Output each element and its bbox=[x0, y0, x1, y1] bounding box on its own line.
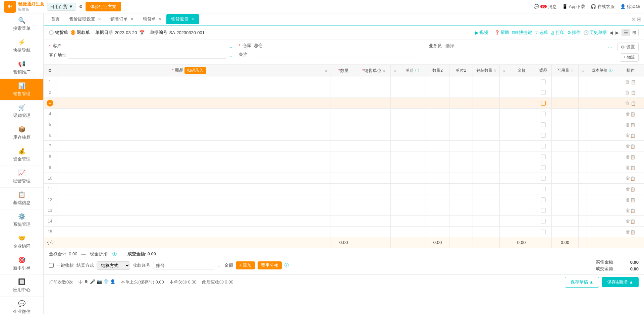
delete-row-active[interactable]: 🗑 bbox=[625, 101, 630, 106]
row-unit2-1[interactable] bbox=[449, 76, 473, 87]
help-icon[interactable]: ⓘ bbox=[112, 251, 117, 257]
staff-input[interactable] bbox=[444, 43, 606, 49]
barcode-scan-btn[interactable]: 扫码录入 bbox=[184, 67, 206, 74]
gift-checkbox[interactable] bbox=[541, 197, 546, 202]
sun-icon[interactable]: 中 bbox=[78, 279, 83, 285]
sidebar-item-enterprise[interactable]: 🤝 企业协同 bbox=[0, 231, 43, 253]
copy-row-2[interactable]: 📋 bbox=[631, 90, 636, 95]
row-product-1[interactable] bbox=[56, 76, 322, 87]
fee-help-icon[interactable]: ⓘ bbox=[284, 262, 289, 268]
row-amount-1[interactable] bbox=[508, 76, 535, 87]
tab-sales-slip[interactable]: 销货单 ✕ bbox=[138, 14, 166, 24]
sidebar-item-search[interactable]: 🔍 搜索菜单 bbox=[0, 13, 43, 35]
settings-icon[interactable]: ⚙ bbox=[79, 4, 83, 9]
row-qty2-1[interactable] bbox=[426, 76, 449, 87]
row-cost-active[interactable] bbox=[587, 98, 617, 109]
copy-icon[interactable]: 📋 bbox=[630, 219, 635, 224]
person-icon[interactable]: 👤 bbox=[110, 279, 115, 285]
customer-input[interactable] bbox=[68, 43, 226, 49]
help-link[interactable]: ❓ 帮助 bbox=[494, 29, 509, 36]
sort-icon-5[interactable]: ⇅ bbox=[502, 69, 505, 73]
user-avatar[interactable]: 👤 徐泽华 bbox=[620, 4, 640, 10]
save-draft-button[interactable]: 保存草稿 ▲ bbox=[565, 277, 599, 288]
calendar-icon[interactable]: 📅 bbox=[139, 30, 145, 35]
delete-icon[interactable]: 🗑 bbox=[626, 176, 630, 181]
gift-checkbox[interactable] bbox=[541, 144, 546, 148]
expand-tab-icon[interactable]: ⊞ bbox=[637, 16, 641, 22]
row-qty2-2[interactable] bbox=[426, 87, 449, 98]
note-input[interactable] bbox=[250, 51, 422, 58]
copy-icon[interactable]: 📋 bbox=[630, 123, 635, 127]
copy-icon[interactable]: 📋 bbox=[630, 230, 635, 235]
gift-checkbox[interactable] bbox=[541, 176, 546, 181]
history-link[interactable]: 🕐 历史单据 bbox=[583, 29, 607, 36]
delete-icon[interactable]: 🗑 bbox=[626, 133, 630, 138]
row-unit-active[interactable] bbox=[357, 98, 391, 109]
sort-icon-2[interactable]: ⇅ bbox=[383, 69, 385, 73]
copy-icon[interactable]: 📋 bbox=[630, 144, 635, 149]
row-price-2[interactable] bbox=[399, 87, 426, 98]
tab-sales-return[interactable]: 销货退货 ✕ bbox=[166, 14, 199, 24]
sidebar-item-purchase[interactable]: 🛒 采购管理 bbox=[0, 101, 43, 122]
sidebar-item-inventory[interactable]: 📦 库存核算 bbox=[0, 122, 43, 144]
gift-checkbox[interactable] bbox=[541, 154, 546, 159]
th-gear[interactable]: ⚙ bbox=[44, 65, 56, 76]
row-qty2-active[interactable] bbox=[426, 98, 449, 109]
delete-icon[interactable]: 🗑 bbox=[626, 143, 630, 149]
view-list-btn[interactable]: ☰ bbox=[622, 29, 630, 36]
gift-checkbox-1[interactable] bbox=[541, 79, 546, 84]
row-gift-active[interactable] bbox=[535, 98, 552, 109]
copy-icon[interactable]: 📋 bbox=[630, 112, 635, 117]
row-qty-2[interactable] bbox=[330, 87, 357, 98]
next-record-icon[interactable]: ▶ bbox=[615, 30, 619, 35]
sidebar-item-app-center[interactable]: 🔲 应用中心 bbox=[0, 275, 43, 297]
staff-ellipsis[interactable]: ... bbox=[608, 44, 612, 49]
account-input[interactable] bbox=[153, 262, 215, 269]
view-grid-btn[interactable]: ⊞ bbox=[630, 29, 638, 36]
print-link[interactable]: 🖨 打印 bbox=[551, 29, 565, 36]
save-new-button[interactable]: 保存&新增 ▲ bbox=[602, 277, 639, 287]
operate-link[interactable]: ⚙ 操作 bbox=[567, 29, 581, 36]
radio-sales-slip[interactable]: 销货单 bbox=[49, 29, 68, 36]
payment-method-select[interactable]: 结算方式 bbox=[97, 261, 130, 270]
sidebar-item-marketing[interactable]: 📢 营销推广 bbox=[0, 57, 43, 79]
gift-checkbox[interactable] bbox=[541, 112, 546, 116]
address-ellipsis[interactable]: ... bbox=[228, 53, 232, 58]
close-tab-icon[interactable]: ✕ bbox=[631, 16, 636, 22]
copy-icon[interactable]: 📋 bbox=[630, 176, 635, 181]
row-unit2-2[interactable] bbox=[449, 87, 473, 98]
one-key-payment-checkbox[interactable] bbox=[49, 263, 54, 268]
row-avail-active[interactable] bbox=[552, 98, 579, 109]
add-row-button[interactable]: + bbox=[47, 100, 53, 107]
row-pack-2[interactable] bbox=[473, 87, 500, 98]
account-ellipsis[interactable]: ... bbox=[218, 263, 222, 268]
message-button[interactable]: 💬 70 消息 bbox=[534, 4, 557, 10]
fee-split-button[interactable]: 费用分摊 bbox=[258, 261, 282, 269]
row-price-active[interactable] bbox=[399, 98, 426, 109]
row-cost-2[interactable] bbox=[587, 87, 617, 98]
gift-checkbox[interactable] bbox=[541, 133, 546, 138]
gift-checkbox-active[interactable] bbox=[541, 101, 546, 106]
add-payment-button[interactable]: + 添加 bbox=[236, 261, 255, 269]
customer-ellipsis[interactable]: ... bbox=[228, 44, 232, 49]
gift-checkbox[interactable] bbox=[541, 187, 546, 191]
delete-icon[interactable]: 🗑 bbox=[626, 218, 630, 224]
sidebar-item-wechat[interactable]: 💬 企业微信 bbox=[0, 297, 43, 314]
row-gift-2[interactable] bbox=[535, 87, 552, 98]
camera-icon[interactable]: 📷 bbox=[97, 279, 102, 285]
warehouse-ellipsis[interactable]: ... bbox=[269, 43, 273, 48]
delete-icon[interactable]: 🗑 bbox=[626, 229, 630, 235]
select-link[interactable]: ☑ 选单 bbox=[535, 29, 548, 36]
tab-home[interactable]: 首页 bbox=[46, 14, 64, 24]
settings-btn[interactable]: ⚙ 设置 bbox=[617, 43, 639, 51]
tab-close-sales-return[interactable]: ✕ bbox=[191, 17, 194, 21]
tab-close-sales-order[interactable]: ✕ bbox=[130, 17, 133, 21]
copy-icon[interactable]: 📋 bbox=[630, 198, 635, 202]
gift-checkbox[interactable] bbox=[541, 165, 546, 170]
row-product-2[interactable] bbox=[56, 87, 322, 98]
row-pack-1[interactable] bbox=[473, 76, 500, 87]
gift-checkbox[interactable] bbox=[541, 208, 546, 213]
row-unit-1[interactable] bbox=[357, 76, 391, 87]
sort-icon-4[interactable]: ⇅ bbox=[493, 69, 496, 72]
shortcut-link[interactable]: ⌨ 快捷键 bbox=[512, 29, 532, 36]
